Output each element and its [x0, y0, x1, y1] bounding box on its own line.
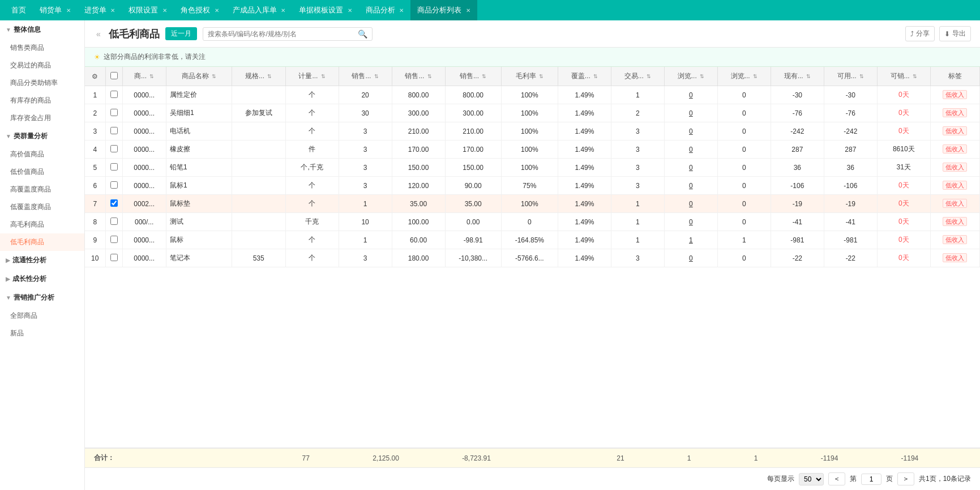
sidebar-item-low-value[interactable]: 低价值商品 — [0, 163, 84, 181]
sidebar-group-cluster[interactable]: ▼ 类群量分析 — [0, 127, 84, 146]
date-filter-button[interactable]: 近一月 — [165, 27, 197, 40]
cell-checkbox[interactable] — [105, 104, 122, 122]
sort-icon-coverage[interactable]: ⇅ — [593, 74, 598, 79]
sidebar-item-category-rate[interactable]: 商品分类助销率 — [0, 74, 84, 92]
row-checkbox[interactable] — [110, 127, 118, 134]
sort-icon-available-stock[interactable]: ⇅ — [859, 74, 864, 79]
nav-home[interactable]: 首页 — [5, 0, 33, 20]
cell-name[interactable]: 铅笔1 — [166, 159, 232, 177]
col-checkbox[interactable] — [105, 67, 122, 86]
row-checkbox[interactable] — [110, 145, 118, 152]
collapse-sidebar-button[interactable]: « — [94, 29, 103, 39]
search-box[interactable]: 🔍 — [203, 27, 373, 41]
cell-view1[interactable]: 0 — [664, 140, 717, 159]
view1-link[interactable]: 0 — [689, 127, 693, 135]
sort-icon-saleable-days[interactable]: ⇅ — [913, 74, 917, 79]
sort-icon-current-stock[interactable]: ⇅ — [806, 74, 811, 79]
page-input[interactable] — [861, 474, 881, 485]
cell-name[interactable]: 鼠标 — [166, 231, 232, 249]
row-checkbox[interactable] — [110, 163, 118, 171]
row-checkbox[interactable] — [110, 236, 118, 243]
cell-checkbox[interactable] — [105, 231, 122, 249]
share-button[interactable]: ⤴ 分享 — [905, 26, 935, 41]
sort-icon-trade-count[interactable]: ⇅ — [647, 74, 651, 79]
view1-link[interactable]: 0 — [689, 200, 693, 208]
nav-goods-analysis-list[interactable]: 商品分析列表 ✕ — [410, 0, 477, 20]
export-button[interactable]: ⬇ 导出 — [939, 26, 971, 41]
nav-purchase[interactable]: 进货单 ✕ — [78, 0, 122, 20]
sidebar-item-sales-goods[interactable]: 销售类商品 — [0, 39, 84, 57]
cell-checkbox[interactable] — [105, 249, 122, 267]
view1-link[interactable]: 1 — [689, 236, 693, 244]
per-page-select[interactable]: 50 — [799, 473, 824, 485]
nav-goods-analysis[interactable]: 商品分析 ✕ — [359, 0, 411, 20]
sort-icon-sale-price[interactable]: ⇅ — [427, 74, 432, 79]
sort-icon-view1[interactable]: ⇅ — [700, 74, 704, 79]
close-permission-icon[interactable]: ✕ — [162, 7, 167, 14]
cell-view1[interactable]: 0 — [664, 177, 717, 195]
sidebar-item-low-coverage[interactable]: 低覆盖度商品 — [0, 198, 84, 216]
sort-icon-gross-margin[interactable]: ⇅ — [539, 74, 544, 79]
view1-link[interactable]: 0 — [689, 164, 693, 172]
cell-checkbox[interactable] — [105, 213, 122, 231]
close-purchase-icon[interactable]: ✕ — [110, 7, 115, 14]
row-checkbox[interactable] — [110, 91, 118, 98]
sort-icon-view2[interactable]: ⇅ — [753, 74, 758, 79]
search-input[interactable] — [208, 30, 358, 38]
cell-name[interactable]: 属性定价 — [166, 86, 232, 104]
next-page-button[interactable]: ＞ — [897, 472, 914, 485]
close-goods-analysis-list-icon[interactable]: ✕ — [466, 7, 470, 14]
cell-view1[interactable]: 0 — [664, 249, 717, 267]
nav-sales[interactable]: 销货单 ✕ — [33, 0, 78, 20]
view1-link[interactable]: 0 — [689, 109, 693, 117]
nav-role[interactable]: 角色授权 ✕ — [174, 0, 226, 20]
sort-icon-sale-amount[interactable]: ⇅ — [482, 74, 486, 79]
cell-view1[interactable]: 0 — [664, 122, 717, 140]
sidebar-item-traded-goods[interactable]: 交易过的商品 — [0, 57, 84, 74]
sidebar-item-high-margin[interactable]: 高毛利商品 — [0, 216, 84, 233]
cell-checkbox[interactable] — [105, 86, 122, 104]
sort-icon-unit[interactable]: ⇅ — [321, 74, 326, 79]
cell-view1[interactable]: 0 — [664, 159, 717, 177]
row-checkbox[interactable] — [110, 199, 118, 207]
row-checkbox[interactable] — [110, 109, 118, 116]
close-role-icon[interactable]: ✕ — [215, 7, 219, 14]
cell-checkbox[interactable] — [105, 159, 122, 177]
cell-view1[interactable]: 1 — [664, 231, 717, 249]
sidebar-group-marketing[interactable]: ▼ 营销推广分析 — [0, 288, 84, 307]
select-all-checkbox[interactable] — [110, 72, 118, 79]
nav-template[interactable]: 单据模板设置 ✕ — [292, 0, 359, 20]
sidebar-group-circulation[interactable]: ▶ 流通性分析 — [0, 251, 84, 270]
cell-view1[interactable]: 0 — [664, 213, 717, 231]
view1-link[interactable]: 0 — [689, 91, 693, 99]
cell-view1[interactable]: 0 — [664, 195, 717, 213]
cell-name[interactable]: 鼠标垫 — [166, 195, 232, 213]
col-settings[interactable]: ⚙ — [85, 67, 105, 86]
cell-view1[interactable]: 0 — [664, 86, 717, 104]
nav-permission[interactable]: 权限设置 ✕ — [122, 0, 174, 20]
prev-page-button[interactable]: ＜ — [828, 472, 845, 485]
close-sales-icon[interactable]: ✕ — [66, 7, 71, 14]
sidebar-item-stock-goods[interactable]: 有库存的商品 — [0, 92, 84, 109]
sidebar-item-high-coverage[interactable]: 高覆盖度商品 — [0, 181, 84, 198]
close-template-icon[interactable]: ✕ — [348, 7, 352, 14]
sort-icon-name[interactable]: ⇅ — [212, 74, 216, 79]
cell-name[interactable]: 笔记本 — [166, 249, 232, 267]
cell-name[interactable]: 鼠标1 — [166, 177, 232, 195]
sidebar-item-low-margin[interactable]: 低毛利商品 — [0, 233, 84, 251]
cell-name[interactable]: 吴细细1 — [166, 104, 232, 122]
cell-checkbox[interactable] — [105, 122, 122, 140]
sort-icon-sale-qty[interactable]: ⇅ — [374, 74, 379, 79]
close-goods-analysis-icon[interactable]: ✕ — [399, 7, 404, 14]
cell-name[interactable]: 测试 — [166, 213, 232, 231]
cell-checkbox[interactable] — [105, 177, 122, 195]
sort-icon-spec[interactable]: ⇅ — [267, 74, 272, 79]
view1-link[interactable]: 0 — [689, 146, 693, 154]
cell-view1[interactable]: 0 — [664, 104, 717, 122]
sidebar-group-growth[interactable]: ▶ 成长性分析 — [0, 270, 84, 288]
cell-name[interactable]: 电话机 — [166, 122, 232, 140]
sidebar-item-high-value[interactable]: 高价值商品 — [0, 146, 84, 163]
close-product-inbound-icon[interactable]: ✕ — [281, 7, 285, 14]
nav-product-inbound[interactable]: 产成品入库单 ✕ — [226, 0, 293, 20]
sort-icon-code[interactable]: ⇅ — [149, 74, 154, 79]
